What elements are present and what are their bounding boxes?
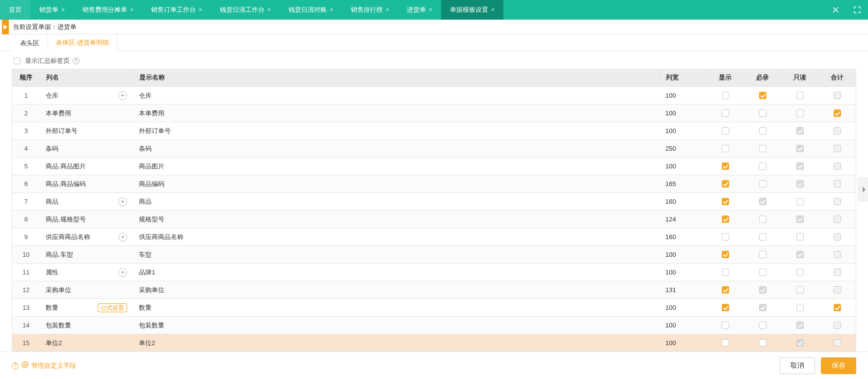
checkbox-required[interactable] [759, 322, 766, 329]
checkbox-readonly[interactable] [796, 198, 804, 205]
checkbox-required[interactable] [759, 216, 766, 223]
cell-width[interactable]: 100 [659, 264, 707, 281]
cell-display[interactable]: 仓库 [133, 87, 659, 105]
close-icon[interactable]: × [330, 6, 333, 13]
formula-pill[interactable]: 公式设置 [98, 303, 127, 312]
table-row[interactable]: 14包装数量包装数量100 [12, 317, 856, 334]
cell-width[interactable]: 100 [659, 246, 707, 264]
checkbox-required[interactable] [759, 180, 766, 188]
checkbox-required[interactable] [759, 339, 766, 347]
cell-display[interactable]: 车型 [133, 246, 659, 264]
checkbox-required[interactable] [759, 233, 766, 241]
cell-width[interactable]: 131 [659, 281, 707, 299]
checkbox-required[interactable] [759, 162, 766, 170]
checkbox-required[interactable] [759, 145, 766, 152]
fullscreen-button[interactable] [846, 0, 868, 20]
checkbox-show[interactable] [722, 127, 729, 135]
table-row[interactable]: 5商品.商品图片商品图片100 [12, 158, 856, 175]
checkbox-show[interactable] [722, 233, 729, 241]
checkbox-show[interactable] [722, 269, 729, 276]
checkbox-show[interactable] [722, 304, 729, 311]
close-all-button[interactable] [825, 0, 846, 20]
checkbox-readonly[interactable] [796, 286, 804, 294]
table-row[interactable]: 3外部订单号外部订单号100 [12, 122, 856, 140]
table-row[interactable]: 15单位2单位2100 [12, 334, 856, 352]
checkbox-readonly[interactable] [796, 92, 804, 99]
cell-display[interactable]: 规格型号 [133, 211, 659, 228]
cell-display[interactable]: 商品 [133, 193, 659, 211]
save-button[interactable]: 保存 [821, 357, 856, 374]
close-icon[interactable]: × [491, 6, 495, 13]
checkbox-show[interactable] [722, 180, 729, 188]
checkbox-required[interactable] [759, 251, 766, 258]
tab-6[interactable]: 销售排行榜× [342, 0, 398, 20]
table-row[interactable]: 8商品.规格型号规格型号124 [12, 211, 856, 228]
tab-2[interactable]: 销售费用分摊单× [74, 0, 142, 20]
cell-display[interactable]: 本单费用 [133, 105, 659, 122]
cell-width[interactable]: 100 [659, 87, 707, 105]
cell-display[interactable]: 采购单位 [133, 281, 659, 299]
checkbox-readonly[interactable] [796, 269, 804, 276]
cell-width[interactable]: 100 [659, 334, 707, 352]
close-icon[interactable]: × [267, 6, 271, 13]
cell-width[interactable]: 165 [659, 175, 707, 193]
checkbox-readonly[interactable] [796, 304, 804, 311]
table-row[interactable]: 1仓库+仓库100 [12, 87, 856, 105]
checkbox-readonly[interactable] [796, 109, 804, 117]
table-row[interactable]: 10商品.车型车型100 [12, 246, 856, 264]
tab-4[interactable]: 钱货日清工作台× [211, 0, 280, 20]
cell-display[interactable]: 商品编码 [133, 175, 659, 193]
chevron-right-icon[interactable] [2, 20, 9, 34]
table-row[interactable]: 12采购单位采购单位131 [12, 281, 856, 299]
cell-display[interactable]: 数量 [133, 299, 659, 317]
cell-width[interactable]: 160 [659, 193, 707, 211]
checkbox-show[interactable] [722, 92, 729, 99]
table-row[interactable]: 9供应商商品名称+供应商商品名称160 [12, 228, 856, 246]
checkbox-show[interactable] [722, 286, 729, 294]
checkbox-show[interactable] [722, 322, 729, 329]
checkbox-required[interactable] [759, 109, 766, 117]
checkbox-required[interactable] [759, 92, 766, 99]
cell-width[interactable]: 100 [659, 317, 707, 334]
checkbox-show[interactable] [722, 216, 729, 223]
add-icon[interactable]: + [118, 268, 127, 277]
close-icon[interactable]: × [61, 6, 65, 13]
checkbox-required[interactable] [759, 127, 766, 135]
cell-display[interactable]: 条码 [133, 140, 659, 158]
cancel-button[interactable]: 取消 [780, 357, 815, 374]
close-icon[interactable]: × [386, 6, 389, 13]
manage-custom-fields-link[interactable]: ? 管理自定义字段 [12, 361, 76, 370]
cell-width[interactable]: 124 [659, 211, 707, 228]
checkbox-required[interactable] [759, 269, 766, 276]
table-row[interactable]: 6商品.商品编码商品编码165 [12, 175, 856, 193]
checkbox-show[interactable] [722, 162, 729, 170]
tab-3[interactable]: 销售订单工作台× [142, 0, 211, 20]
table-row[interactable]: 7商品+商品160 [12, 193, 856, 211]
tab-1[interactable]: 销货单× [30, 0, 74, 20]
cell-width[interactable]: 250 [659, 140, 707, 158]
cell-display[interactable]: 单位2 [133, 334, 659, 352]
cell-display[interactable]: 品牌1 [133, 264, 659, 281]
cell-width[interactable]: 100 [659, 299, 707, 317]
add-icon[interactable]: + [118, 197, 127, 206]
table-row[interactable]: 11属性+品牌1100 [12, 264, 856, 281]
add-icon[interactable]: + [118, 233, 127, 242]
checkbox-show[interactable] [722, 145, 729, 152]
close-icon[interactable]: × [199, 6, 202, 13]
checkbox-show[interactable] [722, 251, 729, 258]
tab-7[interactable]: 进货单× [398, 0, 441, 20]
checkbox-show[interactable] [722, 339, 729, 347]
tab-5[interactable]: 钱货日清对账× [280, 0, 342, 20]
table-row[interactable]: 4条码条码250 [12, 140, 856, 158]
cell-display[interactable]: 供应商商品名称 [133, 228, 659, 246]
cell-display[interactable]: 外部订单号 [133, 122, 659, 140]
help-icon[interactable]: ? [73, 57, 79, 64]
tab-8[interactable]: 单据模板设置× [441, 0, 503, 20]
cell-display[interactable]: 商品图片 [133, 158, 659, 175]
tab-0[interactable]: 首页 [0, 0, 30, 20]
section-tab-1[interactable]: 表体区-进货单明细 [48, 34, 117, 51]
close-icon[interactable]: × [429, 6, 432, 13]
checkbox-show[interactable] [722, 198, 729, 205]
section-tab-0[interactable]: 表头区 [12, 34, 48, 51]
table-row[interactable]: 13数量公式设置数量100 [12, 299, 856, 317]
